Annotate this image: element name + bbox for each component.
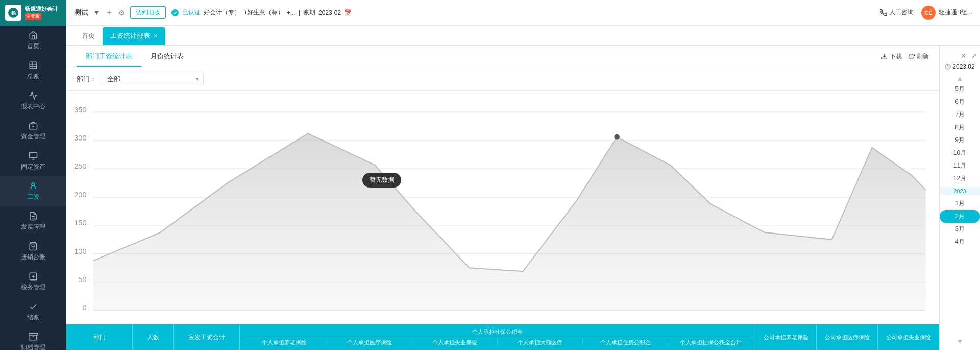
month-item-apr-2023[interactable]: 4月 <box>940 236 980 248</box>
dept-select-wrap: 全部 研发部 销售部 财务部 行政部 <box>102 73 204 85</box>
download-icon <box>881 53 888 60</box>
current-date-display: 2023.02 <box>945 63 974 71</box>
th-company-col-0: 公司承担养老保险 <box>755 324 817 350</box>
month-item-mar-2023[interactable]: 3月 <box>940 223 980 236</box>
tab-salary-report[interactable]: 工资统计报表 ✕ <box>103 27 165 45</box>
th-company-col-2: 公司承担失业保险 <box>878 324 939 350</box>
topbar-status: 已认证 好会计（专） +好生意（标） +... | 账期 2023-02 📅 <box>171 8 352 17</box>
sub-tabs: 部门工资统计表 月份统计表 <box>77 46 193 67</box>
close-panel-btn[interactable]: ✕ <box>961 52 967 59</box>
logo-badge: 专业版 <box>24 12 58 20</box>
refresh-icon <box>908 53 915 60</box>
sub-tab-monthly[interactable]: 月份统计表 <box>141 46 193 67</box>
th-personal-col-0: 个人承担养老保险 <box>242 339 327 346</box>
month-item-sep-2022[interactable]: 9月 <box>940 134 980 147</box>
sidebar-item-purchase[interactable]: 进销台账 <box>0 237 66 267</box>
svg-point-41 <box>614 134 620 139</box>
sub-tab-dept[interactable]: 部门工资统计表 <box>77 46 141 67</box>
tab-close-icon[interactable]: ✕ <box>153 33 158 39</box>
sidebar-item-archive[interactable]: 归档管理 <box>0 327 66 350</box>
refresh-btn[interactable]: 刷新 <box>908 52 929 61</box>
month-item-jun-2022[interactable]: 6月 <box>940 96 980 108</box>
svg-text:100: 100 <box>74 247 86 255</box>
archive-icon <box>29 332 38 341</box>
svg-rect-9 <box>30 152 37 158</box>
purchase-icon <box>29 242 38 251</box>
year-nav-down-btn[interactable]: ▼ <box>940 337 980 346</box>
sidebar-item-tax[interactable]: 税务管理 <box>0 267 66 297</box>
user-menu[interactable]: CE 轻捷通B组... <box>921 6 972 20</box>
logo-icon: 畅 <box>5 5 21 21</box>
sidebar-item-invoice[interactable]: 发票管理 <box>0 206 66 237</box>
sidebar-nav: 首页 总账 报表中心 资金管理 固定资产 工资 发票管理 <box>0 26 66 350</box>
funds-icon <box>29 121 38 130</box>
add-icon[interactable]: ＋ <box>105 7 113 18</box>
right-panel: ✕ ⤢ 2023.02 ▲ 5月 6月 7月 8月 9月 10月 11月 12月… <box>939 46 980 350</box>
month-item-feb-2023[interactable]: 2月 <box>940 210 980 223</box>
sidebar-item-salary[interactable]: 工资 <box>0 176 66 206</box>
svg-text:250: 250 <box>74 162 86 170</box>
expand-panel-btn[interactable]: ⤢ <box>971 52 977 59</box>
month-item-may-2022[interactable]: 5月 <box>940 83 980 96</box>
tabbar: 首页 工资统计报表 ✕ <box>66 26 980 46</box>
th-personal-col-4: 个人承担住房公积金 <box>583 339 668 346</box>
home-icon <box>29 31 38 40</box>
year-nav-up-btn[interactable]: ▲ <box>940 74 980 83</box>
tax-icon <box>29 272 38 281</box>
sidebar-item-home[interactable]: 首页 <box>0 26 66 56</box>
month-item-oct-2022[interactable]: 10月 <box>940 147 980 159</box>
calendar-icon[interactable]: 📅 <box>344 9 352 16</box>
tab-home[interactable]: 首页 <box>74 27 103 45</box>
phone-icon <box>880 9 887 16</box>
chart-area: 0 50 100 150 200 250 300 350 <box>66 91 939 324</box>
main-area: 测试 ▼ ＋ ⚙ 切到旧版 已认证 好会计（专） +好生意（标） +... | … <box>66 0 980 350</box>
small-icon <box>945 64 951 70</box>
month-item-aug-2022[interactable]: 8月 <box>940 121 980 134</box>
th-personal-col-2: 个人承担失业保险 <box>412 339 498 346</box>
download-btn[interactable]: 下载 <box>881 52 902 61</box>
th-dept: 部门 <box>66 324 133 350</box>
month-item-jan-2023[interactable]: 1月 <box>940 197 980 210</box>
sidebar-item-assets[interactable]: 固定资产 <box>0 146 66 176</box>
sidebar-item-reports[interactable]: 报表中心 <box>0 86 66 116</box>
sidebar-item-close-accounts[interactable]: 结账 <box>0 297 66 327</box>
year-2023-section[interactable]: 2023 <box>940 187 980 195</box>
svg-rect-17 <box>29 333 38 335</box>
svg-text:0: 0 <box>82 304 86 312</box>
help-btn[interactable]: 人工咨询 <box>880 8 914 17</box>
dept-filter-label: 部门： <box>77 75 96 84</box>
th-personal-group: 个人承担社保公积金 个人承担养老保险 个人承担医疗保险 个人承担失业保险 个人承… <box>240 324 755 350</box>
certified-icon <box>171 9 179 17</box>
th-personal-col-5: 个人承担社保公积金合计 <box>668 339 753 346</box>
month-item-jul-2022[interactable]: 7月 <box>940 108 980 121</box>
salary-icon <box>29 181 38 191</box>
table-header: 部门 人数 应发工资合计 个人承担社保公积金 个人承担养老保险 个人承担医疗保险… <box>66 324 939 350</box>
ledger-icon <box>29 61 38 70</box>
svg-text:300: 300 <box>74 134 86 142</box>
th-headcount: 人数 <box>133 324 174 350</box>
filter-bar: 部门： 全部 研发部 销售部 财务部 行政部 <box>66 67 939 91</box>
logo-text: 畅康通好会计 专业版 <box>24 5 58 20</box>
sub-tabbar: 部门工资统计表 月份统计表 下载 刷新 <box>66 46 939 67</box>
settings-gear-icon[interactable]: ⚙ <box>118 9 125 17</box>
month-item-nov-2022[interactable]: 11月 <box>940 159 980 172</box>
salary-chart: 0 50 100 150 200 250 300 350 <box>66 91 939 324</box>
sidebar: 畅 畅康通好会计 专业版 首页 总账 报表中心 资金管理 <box>0 0 66 350</box>
th-personal-col-3: 个人承担大额医疗 <box>498 339 583 346</box>
dept-select[interactable]: 全部 研发部 销售部 财务部 行政部 <box>102 73 204 85</box>
th-personal-col-1: 个人承担医疗保险 <box>327 339 412 346</box>
svg-text:150: 150 <box>74 219 86 227</box>
month-item-dec-2022[interactable]: 12月 <box>940 172 980 185</box>
user-avatar: CE <box>921 6 936 20</box>
project-dropdown[interactable]: ▼ <box>93 9 100 16</box>
svg-text:200: 200 <box>74 190 86 198</box>
project-title: 测试 <box>74 8 88 17</box>
sidebar-item-funds[interactable]: 资金管理 <box>0 116 66 146</box>
th-personal-cols: 个人承担养老保险 个人承担医疗保险 个人承担失业保险 个人承担大额医疗 个人承担… <box>242 339 753 346</box>
topbar-right: 人工咨询 CE 轻捷通B组... <box>880 6 972 20</box>
assets-icon <box>29 151 38 160</box>
sidebar-item-ledger[interactable]: 总账 <box>0 56 66 86</box>
switch-to-old-btn[interactable]: 切到旧版 <box>130 6 166 19</box>
sub-tab-actions: 下载 刷新 <box>881 52 929 61</box>
svg-rect-2 <box>30 62 37 69</box>
